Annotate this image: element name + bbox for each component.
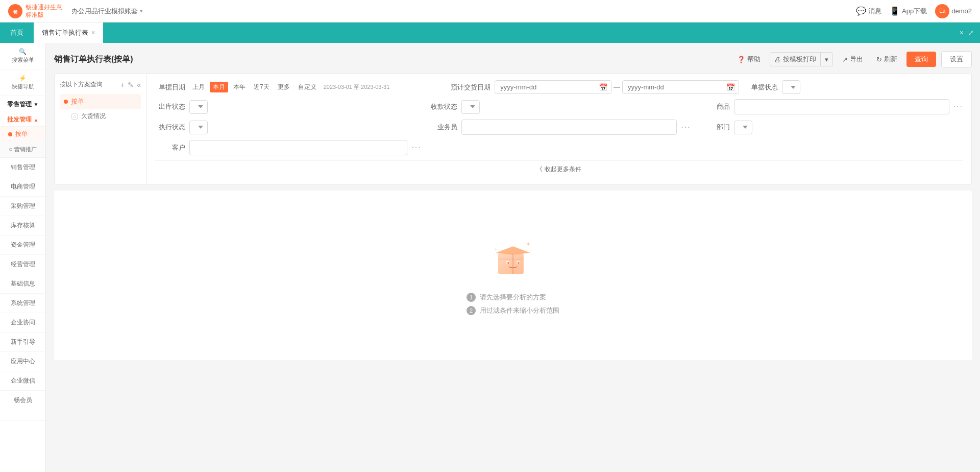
goods-more-icon[interactable]: ··· [953,102,963,111]
date-quick-this-month[interactable]: 本月 [210,82,228,92]
date-separator: — [614,83,620,91]
sidebar-item-search[interactable]: 🔍 搜索菜单 [0,43,45,69]
expected-date-start-input[interactable] [495,80,611,94]
doc-status-label: 单据状态 [747,83,778,92]
receipt-status-select[interactable] [461,100,480,114]
sidebar-item-inventory[interactable]: 资金管理 [0,235,45,255]
user-menu[interactable]: Ea demo2 [935,4,972,18]
customer-input-area[interactable] [189,140,407,155]
print-button[interactable]: 🖨 按模板打印 [770,53,821,66]
scheme-item-debt[interactable]: ○ 欠货情况 [60,109,141,123]
sidebar-sub-debt[interactable]: ○ 营销推广 [0,141,45,158]
header-right: 💬 消息 📱 App下载 Ea demo2 [856,4,972,18]
sidebar-item-collab[interactable]: 新手引导 [0,333,45,352]
collapse-more-button[interactable]: 《 收起更多条件 [155,160,963,178]
wholesale-chevron-icon: ▲ [34,117,39,123]
sidebar-item-member[interactable] [0,410,45,421]
filter-body: 单据日期 上月 本月 本年 近7天 更多 自定义 2023-03-01 至 20… [146,74,971,184]
calendar-end-icon[interactable]: 📅 [726,83,735,91]
date-quick-more[interactable]: 更多 [275,82,293,92]
window-controls: × ⤢ [953,29,980,37]
message-button[interactable]: 💬 消息 [856,6,881,16]
date-quick-7days[interactable]: 近7天 [251,82,273,92]
svg-point-8 [518,262,519,264]
dept-label: 部门 [699,123,730,132]
svg-text:✦: ✦ [526,241,531,247]
sidebar-item-wechat[interactable]: 畅会员 [0,391,45,410]
date-quick-last-month[interactable]: 上月 [189,82,208,92]
tab-home[interactable]: 首页 [0,22,34,43]
filter-group-receipt: 收款状态 [427,100,691,114]
logo[interactable]: 畅 畅捷通好生意 标准版 [8,4,62,18]
dept-select[interactable] [734,121,752,134]
window-close-icon[interactable]: × [960,29,964,37]
filter-group-customer: 客户 ··· [155,140,422,155]
exec-status-select[interactable] [189,121,208,134]
filter-group-delivery: 出库状态 [155,100,419,114]
filter-row-1: 单据日期 上月 本月 本年 近7天 更多 自定义 2023-03-01 至 20… [155,80,963,94]
window-maximize-icon[interactable]: ⤢ [968,29,974,37]
date-quick-custom[interactable]: 自定义 [295,82,320,92]
sidebar-item-basic-info[interactable]: 系统管理 [0,294,45,313]
query-button[interactable]: 查询 [906,52,936,67]
salesperson-input-area[interactable] [461,120,677,135]
calendar-start-icon[interactable]: 📅 [599,83,607,91]
expected-date-start-wrapper: 📅 [495,80,611,94]
customer-more-icon[interactable]: ··· [411,143,421,152]
scheme-collapse-icon[interactable]: « [137,81,141,89]
sidebar-item-quick-nav[interactable]: ⚡ 快捷导航 [0,69,45,96]
page-actions: ❓ 帮助 🖨 按模板打印 ▾ ↗ 导出 [733,51,972,67]
delivery-status-select[interactable] [189,100,208,114]
sidebar-section-retail[interactable]: 零售管理 ▼ [0,96,45,111]
page-title-row: 销售订单执行表(按单) ❓ 帮助 🖨 按模板打印 ▾ [54,51,972,67]
search-icon: 🔍 [19,48,27,55]
scheme-add-icon[interactable]: + [120,81,125,89]
sidebar-item-finance[interactable]: 经营管理 [0,255,45,274]
sidebar: 🔍 搜索菜单 ⚡ 快捷导航 零售管理 ▼ 批发管理 ▲ 按单 ○ 营销推广 销售… [0,43,46,472]
app-download-button[interactable]: 📱 App下载 [890,6,927,16]
scheme-edit-icon[interactable]: ✎ [128,81,134,89]
scheme-order-dot [64,100,68,104]
filter-group-dept: 部门 [699,121,963,134]
filter-row-2: 出库状态 收款状态 [155,99,963,114]
print-dropdown[interactable]: ▾ [821,54,832,65]
print-chevron-icon: ▾ [825,56,828,63]
date-label: 单据日期 [155,83,185,92]
sidebar-item-purchase[interactable]: 库存核算 [0,216,45,235]
salesperson-more-icon[interactable]: ··· [681,123,691,132]
refresh-icon: ↻ [876,56,882,63]
tab-sales-exec[interactable]: 销售订单执行表 × [34,22,103,43]
sidebar-item-system[interactable]: 企业协同 [0,313,45,333]
tab-close-icon[interactable]: × [91,29,95,36]
breadcrumb-dropdown[interactable]: 办公用品行业模拟账套 ▾ [67,5,147,18]
filter-group-exec-status: 执行状态 [155,121,419,134]
sidebar-sub-order[interactable]: 按单 [0,127,45,141]
export-button[interactable]: ↗ 导出 [838,53,867,66]
sidebar-item-ecommerce[interactable]: 采购管理 [0,197,45,216]
date-quick-this-year[interactable]: 本年 [230,82,249,92]
refresh-button[interactable]: ↻ 刷新 [872,53,901,66]
sidebar-item-operations[interactable]: 基础信息 [0,274,45,294]
filter-group-expected-date: 预计交货日期 📅 — 📅 [451,80,739,94]
help-button[interactable]: ❓ 帮助 [733,53,765,66]
tab-bar: 首页 销售订单执行表 × × ⤢ [0,22,980,43]
empty-hint-1: 1 请先选择要分析的方案 [467,293,559,302]
debt-circle-icon: ○ [71,113,78,120]
sidebar-item-sales[interactable]: 电商管理 [0,177,45,197]
expected-date-end-input[interactable] [622,80,739,94]
doc-status-select[interactable] [782,80,800,94]
sidebar-item-newbie[interactable]: 应用中心 [0,352,45,371]
print-icon: 🖨 [774,56,781,63]
receipt-label: 收款状态 [427,102,457,111]
content-area: 销售订单执行表(按单) ❓ 帮助 🖨 按模板打印 ▾ [46,43,980,472]
settings-button[interactable]: 设置 [941,51,972,67]
sidebar-item-marketing[interactable]: 销售管理 [0,158,45,177]
sidebar-item-app-center[interactable]: 企业微信 [0,371,45,391]
sidebar-section-wholesale[interactable]: 批发管理 ▲ [0,111,45,127]
goods-input-area[interactable] [734,99,949,114]
empty-state: ✦ ✦ 1 请先选择要分析的方案 2 用过滤条件来缩小分析范围 [54,191,972,360]
scheme-item-order[interactable]: 按单 [60,94,141,109]
customer-label: 客户 [155,143,185,152]
empty-hints: 1 请先选择要分析的方案 2 用过滤条件来缩小分析范围 [467,293,559,319]
breadcrumb-chevron-icon: ▾ [140,8,143,14]
